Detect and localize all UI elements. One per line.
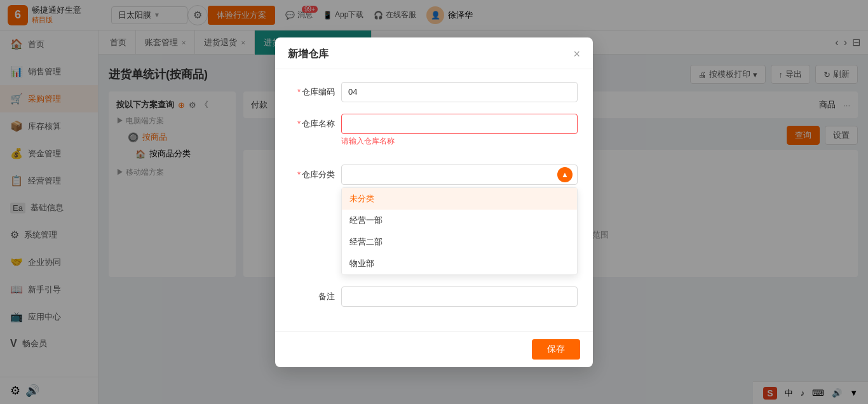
category-dropdown-wrapper: ▲ 未分类 经营一部 经营二部 物业部 — [341, 165, 578, 185]
name-input[interactable] — [341, 114, 578, 134]
code-label: 仓库编码 — [290, 82, 341, 98]
modal-title: 新增仓库 — [288, 48, 329, 61]
modal-footer: 保存 — [275, 331, 593, 367]
code-field-row: 仓库编码 — [290, 82, 578, 102]
modal-close-button[interactable]: × — [573, 48, 580, 61]
dropdown-item-dept2[interactable]: 经营二部 — [342, 231, 577, 253]
name-label: 仓库名称 — [290, 114, 341, 130]
name-error-message: 请输入仓库名称 — [341, 136, 578, 147]
code-input[interactable] — [341, 82, 578, 102]
modal-header: 新增仓库 × — [275, 37, 593, 69]
dropdown-item-dept3[interactable]: 物业部 — [342, 253, 577, 274]
dropdown-item-dept1[interactable]: 经营一部 — [342, 210, 577, 231]
category-label: 仓库分类 — [290, 165, 341, 180]
save-button[interactable]: 保存 — [532, 339, 580, 360]
dropdown-toggle-button[interactable]: ▲ — [557, 167, 573, 182]
new-warehouse-modal: 新增仓库 × 仓库编码 仓库名称 请输入仓库名称 仓库分类 — [275, 37, 593, 367]
notes-input[interactable] — [341, 286, 578, 307]
dropdown-item-uncategorized[interactable]: 未分类 — [342, 188, 577, 210]
modal-overlay: 新增仓库 × 仓库编码 仓库名称 请输入仓库名称 仓库分类 — [0, 0, 868, 404]
category-input[interactable] — [341, 165, 578, 185]
notes-field-row: 备注 — [290, 286, 578, 307]
name-field-row: 仓库名称 请输入仓库名称 — [290, 114, 578, 147]
category-dropdown-list: 未分类 经营一部 经营二部 物业部 — [341, 187, 578, 275]
modal-body: 仓库编码 仓库名称 请输入仓库名称 仓库分类 ▲ 未分类 — [275, 69, 593, 331]
category-field-row: 仓库分类 ▲ 未分类 经营一部 经营二部 物业部 — [290, 165, 578, 185]
notes-label: 备注 — [290, 286, 341, 302]
